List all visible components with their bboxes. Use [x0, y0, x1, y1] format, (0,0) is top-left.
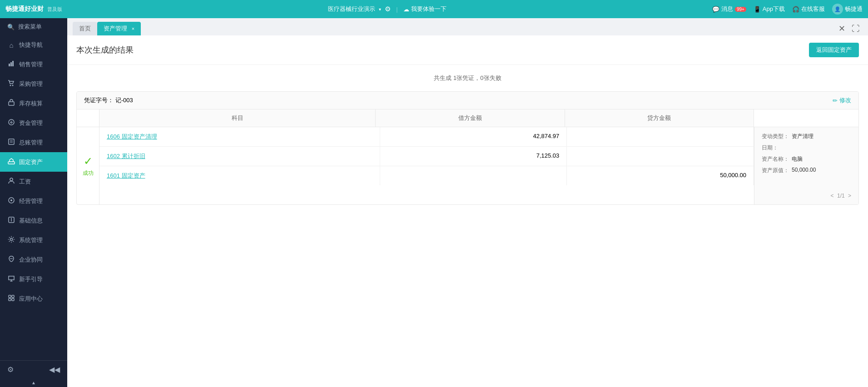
- service-icon: 🎧: [792, 6, 799, 13]
- sidebar-scroll-down[interactable]: ▲: [31, 380, 36, 385]
- sidebar-item-enterprise[interactable]: 企业协同: [0, 250, 67, 269]
- asset-name-value: 电脑: [792, 155, 803, 163]
- sidebar-item-payroll[interactable]: 工资: [0, 172, 67, 191]
- page-header: 本次生成的结果 返回固定资产: [67, 35, 868, 65]
- edit-button[interactable]: ✏ 修改: [833, 96, 851, 104]
- debit-cell-3: [380, 166, 567, 185]
- logo-area: 畅捷通好业财 普及版: [5, 5, 62, 13]
- table-body: ✓ 成功 1606 固定资产清理 42,874.97: [77, 127, 858, 204]
- edit-icon: ✏: [833, 97, 838, 104]
- sidebar-item-label: 企业协同: [19, 256, 43, 264]
- sidebar-item-label: 固定资产: [19, 158, 43, 166]
- message-badge: 99+: [735, 7, 746, 12]
- svg-rect-0: [9, 64, 10, 66]
- message-action[interactable]: 💬 消息 99+: [712, 5, 746, 13]
- app-download-action[interactable]: 📱 App下载: [754, 5, 785, 13]
- credit-cell-2: [567, 147, 754, 166]
- app-icon: 📱: [754, 6, 761, 13]
- sales-icon: [7, 60, 15, 69]
- company-settings-icon[interactable]: ⚙: [385, 5, 391, 13]
- subject-link-1[interactable]: 1606 固定资产清理: [107, 133, 157, 140]
- table-row: 1601 固定资产 50,000.00: [99, 166, 754, 185]
- original-value-label: 资产原值：: [762, 167, 789, 174]
- pagination-next[interactable]: >: [848, 193, 851, 199]
- svg-rect-2: [12, 61, 14, 66]
- finance-icon: [7, 119, 15, 127]
- enterprise-icon: [7, 255, 15, 264]
- online-service-action[interactable]: 🎧 在线客服: [792, 5, 825, 13]
- table-row: 1602 累计折旧 7,125.03: [99, 147, 754, 166]
- svg-point-4: [12, 85, 14, 86]
- sidebar-item-system[interactable]: 系统管理: [0, 230, 67, 250]
- sidebar-item-label: 销售管理: [19, 60, 43, 69]
- asset-name-label: 资产名称：: [762, 155, 789, 163]
- result-summary: 共生成 1张凭证，0张失败: [67, 65, 868, 91]
- panel-asset-name: 资产名称： 电脑: [762, 155, 851, 163]
- sidebar-item-fixed-assets[interactable]: 固定资产: [0, 152, 67, 172]
- panel-date: 日期：: [762, 144, 851, 152]
- avatar: 👤: [832, 4, 843, 15]
- main-layout: 🔍 搜索菜单 ⌂ 快捷导航 销售管理 采购管理: [0, 18, 868, 387]
- app-center-icon: [7, 294, 15, 303]
- original-value-value: 50,000.00: [792, 167, 816, 174]
- logo-text: 畅捷通好业财: [5, 5, 44, 13]
- svg-rect-18: [9, 295, 11, 298]
- payroll-icon: [7, 177, 15, 186]
- experience-icon: ☁: [403, 6, 409, 13]
- sidebar-item-basic-info[interactable]: 基础信息: [0, 211, 67, 230]
- return-button[interactable]: 返回固定资产: [809, 43, 859, 57]
- basic-info-icon: [7, 216, 15, 225]
- settings-footer-icon[interactable]: ⚙: [7, 365, 14, 374]
- sidebar-item-operations[interactable]: 经营管理: [0, 191, 67, 211]
- page-content: 本次生成的结果 返回固定资产 共生成 1张凭证，0张失败 凭证字号： 记-003: [67, 35, 868, 387]
- voucher-code-value: 记-003: [115, 97, 133, 104]
- experience-button[interactable]: ☁ 我要体验一下: [403, 5, 446, 13]
- user-action[interactable]: 👤 畅捷通: [832, 4, 863, 15]
- svg-point-11: [10, 178, 13, 181]
- maximize-modal-icon[interactable]: ⛶: [849, 22, 863, 35]
- credit-col-header: 贷方金额: [565, 109, 754, 127]
- debit-col-header: 借方金额: [376, 109, 565, 127]
- close-modal-icon[interactable]: ✕: [836, 22, 848, 35]
- tab-close-icon[interactable]: ×: [132, 26, 134, 31]
- ledger-icon: [7, 138, 15, 147]
- collapse-icon[interactable]: ◀◀: [49, 365, 60, 374]
- pagination-prev[interactable]: <: [831, 193, 834, 199]
- tab-asset-management[interactable]: 资产管理 ×: [97, 22, 141, 35]
- sidebar-item-tutorial[interactable]: 新手引导: [0, 269, 67, 289]
- sidebar-scroll-area[interactable]: ⌂ 快捷导航 销售管理 采购管理 库: [0, 35, 67, 360]
- debit-cell-2: 7,125.03: [380, 147, 567, 166]
- header-right: 💬 消息 99+ 📱 App下载 🎧 在线客服 👤 畅捷通: [712, 4, 863, 15]
- content-area: 首页 资产管理 × ✕ ⛶ 本次生成的结果 返回固定资产 共生成 1张凭证，0张…: [67, 18, 868, 387]
- voucher-header: 凭证字号： 记-003 ✏ 修改: [77, 92, 858, 109]
- message-icon: 💬: [712, 6, 719, 13]
- data-rows-area: 1606 固定资产清理 42,874.97 1602 累计折旧 7,125: [99, 127, 754, 204]
- quick-nav-icon: ⌂: [7, 41, 15, 49]
- sidebar-item-label: 经营管理: [19, 197, 43, 205]
- sidebar-item-ledger[interactable]: 总账管理: [0, 133, 67, 152]
- svg-rect-19: [12, 295, 14, 298]
- sidebar-item-quick-nav[interactable]: ⌂ 快捷导航: [0, 35, 67, 55]
- sidebar-item-inventory[interactable]: 库存核算: [0, 94, 67, 113]
- purchase-icon: [7, 79, 15, 88]
- change-type-label: 变动类型：: [762, 133, 789, 140]
- pagination-indicator: 1/1: [837, 193, 846, 199]
- sidebar-item-app-center[interactable]: 应用中心: [0, 289, 67, 308]
- company-name: 医疗器械行业演示: [328, 5, 375, 13]
- sidebar-item-purchase[interactable]: 采购管理: [0, 74, 67, 94]
- subject-cell-2: 1602 累计折旧: [99, 147, 380, 166]
- subject-link-3[interactable]: 1601 固定资产: [107, 172, 145, 179]
- svg-point-17: [10, 238, 13, 241]
- sidebar-item-finance[interactable]: 资金管理: [0, 113, 67, 133]
- svg-rect-5: [9, 102, 14, 105]
- side-panel: 变动类型： 资产清理 日期： 资产名称： 电脑: [754, 127, 858, 204]
- sidebar-item-label: 库存核算: [19, 99, 43, 108]
- sidebar-item-label: 采购管理: [19, 80, 43, 88]
- svg-rect-1: [10, 62, 12, 66]
- page-title: 本次生成的结果: [76, 45, 134, 55]
- sidebar-search[interactable]: 🔍 搜索菜单: [0, 18, 67, 35]
- subject-link-2[interactable]: 1602 累计折旧: [107, 153, 145, 159]
- sidebar-item-sales[interactable]: 销售管理: [0, 55, 67, 74]
- tab-home[interactable]: 首页: [73, 22, 97, 35]
- company-dropdown-icon[interactable]: ▾: [379, 7, 381, 12]
